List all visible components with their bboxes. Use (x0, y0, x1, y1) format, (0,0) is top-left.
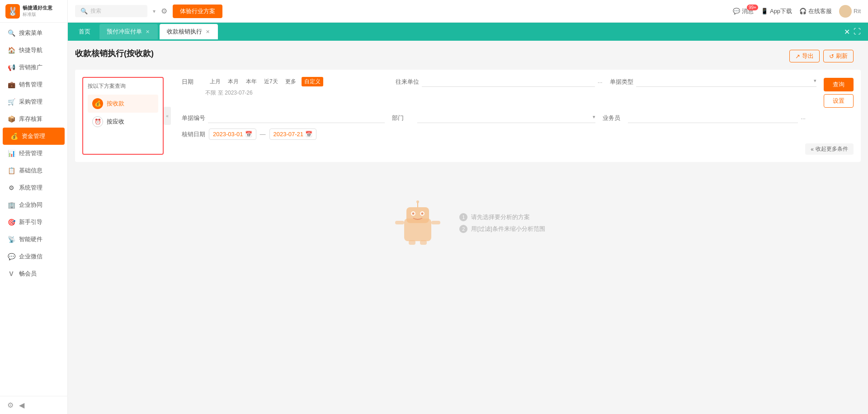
sidebar-item-marketing[interactable]: 📢 营销推广 (0, 59, 67, 76)
inventory-icon: 📦 (7, 115, 15, 123)
sidebar-item-purchase[interactable]: 🛒 采购管理 (0, 93, 67, 110)
more-conditions-button[interactable]: « 收起更多条件 (805, 143, 854, 155)
app-download-icon: 📱 (761, 8, 768, 14)
export-icon: ↗ (795, 53, 800, 60)
salesperson-more-icon[interactable]: ··· (801, 115, 806, 122)
tab-receipt-close-icon[interactable]: ✕ (205, 28, 211, 36)
shortcut-7days[interactable]: 近7天 (262, 77, 280, 86)
sidebar-item-wechat[interactable]: 💬 企业微信 (0, 248, 67, 265)
sidebar-label-inventory: 库存核算 (19, 115, 42, 123)
calendar-start-icon[interactable]: 📅 (245, 131, 252, 138)
tab-prepay-label: 预付冲应付单 (107, 28, 142, 36)
sidebar-item-smart-hw[interactable]: 📡 智能硬件 (0, 231, 67, 248)
app-logo: 🐰 畅捷通好生意 标准版 (0, 0, 67, 23)
export-label: 导出 (802, 52, 814, 60)
tip-1-number: 1 (459, 213, 467, 221)
sidebar-item-basic-info[interactable]: 📋 基础信息 (0, 162, 67, 179)
tabbar-actions: ✕ ⛶ (844, 28, 864, 36)
quick-nav-icon: 🏠 (7, 47, 15, 54)
sidebar-item-quick-nav[interactable]: 🏠 快捷导航 (0, 42, 67, 59)
tabbar: 首页 预付冲应付单 ✕ 收款核销执行 ✕ ✕ ⛶ (68, 23, 868, 41)
sidebar-label-enterprise: 企业协同 (19, 201, 42, 209)
shortcut-custom[interactable]: 自定义 (302, 77, 323, 86)
filter-actions: 查询 设置 (824, 77, 854, 108)
sidebar-item-finance[interactable]: 💰 资金管理 (3, 128, 65, 145)
tab-prepay-conflict[interactable]: 预付冲应付单 ✕ (99, 24, 158, 39)
tab-prepay-close-icon[interactable]: ✕ (145, 28, 151, 36)
expand-icon[interactable]: ⛶ (854, 28, 861, 36)
sidebar-label-vip: 畅会员 (19, 270, 37, 278)
counterparty-input[interactable] (422, 77, 594, 87)
online-service-button[interactable]: 🎧 在线客服 (799, 7, 832, 15)
search-menu-icon: 🔍 (7, 29, 15, 37)
sidebar: 🐰 畅捷通好生意 标准版 🔍 搜索菜单 🏠 快捷导航 📢 营销推广 💼 销售管理… (0, 0, 68, 414)
shortcut-this-year[interactable]: 本年 (244, 77, 259, 86)
sidebar-item-vip[interactable]: V 畅会员 (0, 265, 67, 282)
topbar-gear-icon[interactable]: ⚙ (161, 7, 167, 15)
export-button[interactable]: ↗ 导出 (789, 50, 820, 62)
query-option-by-receipt[interactable]: 💰 按收款 (88, 95, 158, 113)
sidebar-item-guide[interactable]: 🎯 新手引导 (0, 214, 67, 231)
writeoff-date-start-input[interactable]: 2023-03-01 📅 (209, 128, 256, 140)
collapse-filter-button[interactable]: « (164, 107, 171, 125)
vip-icon: V (7, 270, 15, 277)
writeoff-date-end-input[interactable]: 2023-07-21 📅 (269, 128, 317, 140)
empty-tips: 1 请先选择要分析的方案 2 用[过滤]条件来缩小分析范围 (459, 213, 545, 233)
filter-form-area: 日期 上月 本月 本年 近7天 更多 自定义 不限 至 2023-07-26 (171, 77, 854, 155)
empty-illustration (391, 198, 445, 248)
shortcut-this-month[interactable]: 本月 (226, 77, 241, 86)
app-download-button[interactable]: 📱 App下载 (761, 7, 792, 15)
guide-icon: 🎯 (7, 219, 15, 226)
settings-icon[interactable]: ⚙ (7, 401, 14, 409)
tab-receipt-label: 收款核销执行 (167, 28, 202, 36)
salesperson-input[interactable] (628, 113, 798, 123)
department-select[interactable]: ▾ (417, 113, 595, 123)
system-icon: ⚙ (7, 184, 15, 191)
date-separator: — (260, 131, 266, 138)
shortcut-more[interactable]: 更多 (283, 77, 298, 86)
salesperson-filter: 业务员 ··· (603, 113, 806, 123)
sidebar-item-sales[interactable]: 💼 销售管理 (0, 76, 67, 93)
collapse-sidebar-icon[interactable]: ◀︎ (19, 401, 24, 409)
page-content: 收款核销执行(按收款) ↗ 导出 ↺ 刷新 按以下方案查询 💰 按收款 (68, 41, 868, 414)
by-receipt-label: 按收款 (107, 100, 124, 108)
writeoff-date-start-value: 2023-03-01 (213, 131, 243, 138)
tab-home[interactable]: 首页 (71, 24, 98, 39)
counterparty-more-icon[interactable]: ··· (598, 79, 603, 86)
query-selector: 按以下方案查询 💰 按收款 ⏰ 按应收 (82, 77, 164, 155)
filter-row-2: 单据编号 部门 ▾ 业务员 · (182, 113, 854, 123)
order-no-input[interactable] (208, 113, 385, 123)
sidebar-item-system[interactable]: ⚙ 系统管理 (0, 179, 67, 196)
settings-button[interactable]: 设置 (824, 94, 854, 108)
business-icon: 📊 (7, 150, 15, 157)
order-type-select[interactable]: ▾ (636, 77, 816, 87)
sidebar-item-business[interactable]: 📊 经营管理 (0, 145, 67, 162)
sidebar-item-inventory[interactable]: 📦 库存核算 (0, 110, 67, 128)
global-search[interactable]: 🔍 搜索 (75, 5, 147, 17)
query-option-by-receivable[interactable]: ⏰ 按应收 (88, 113, 158, 131)
logo-subtitle: 标准版 (23, 11, 52, 18)
sidebar-item-enterprise[interactable]: 🏢 企业协同 (0, 196, 67, 214)
salesperson-label: 业务员 (603, 114, 625, 122)
tip-2-text: 用[过滤]条件来缩小分析范围 (471, 225, 545, 233)
empty-tip-1: 1 请先选择要分析的方案 (459, 213, 545, 221)
online-service-icon: 🎧 (799, 8, 807, 14)
close-tab-icon[interactable]: ✕ (844, 28, 850, 36)
refresh-button[interactable]: ↺ 刷新 (823, 50, 854, 62)
message-button[interactable]: 💬 消息 99+ (733, 7, 754, 15)
writeoff-date-filter: 核销日期 2023-03-01 📅 — 2023-07-21 📅 (182, 128, 316, 140)
username: Rit (854, 8, 861, 14)
user-menu[interactable]: Rit (839, 5, 861, 18)
query-button[interactable]: 查询 (824, 78, 854, 91)
calendar-end-icon[interactable]: 📅 (305, 131, 312, 138)
tab-receipt-writeoff[interactable]: 收款核销执行 ✕ (160, 24, 218, 39)
sidebar-item-search-menu[interactable]: 🔍 搜索菜单 (0, 24, 67, 42)
writeoff-date-end-value: 2023-07-21 (274, 131, 304, 138)
industry-solution-button[interactable]: 体验行业方案 (173, 5, 222, 18)
search-chevron-icon[interactable]: ▾ (153, 8, 156, 14)
more-conditions-area: « 收起更多条件 (182, 143, 854, 155)
shortcut-last-month[interactable]: 上月 (208, 77, 222, 86)
date-label: 日期 (182, 78, 204, 86)
sidebar-label-search-menu: 搜索菜单 (19, 29, 42, 37)
sidebar-label-business: 经营管理 (19, 149, 42, 157)
